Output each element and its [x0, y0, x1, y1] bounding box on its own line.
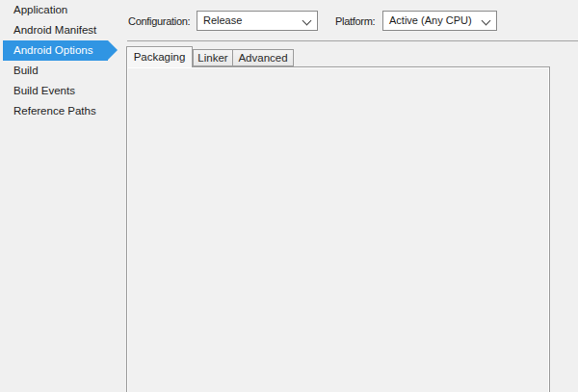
chevron-down-icon [302, 16, 312, 26]
sidebar-item-android-options[interactable]: Android Options [3, 40, 108, 61]
platform-value: Active (Any CPU) [389, 14, 472, 26]
configuration-select[interactable]: Release [197, 11, 318, 31]
top-separator [127, 40, 578, 41]
properties-sidebar: Application Android Manifest Android Opt… [0, 0, 123, 121]
sidebar-item-reference-paths[interactable]: Reference Paths [3, 101, 108, 121]
platform-select[interactable]: Active (Any CPU) [382, 11, 497, 31]
tab-advanced[interactable]: Advanced [232, 49, 294, 66]
sidebar-item-build[interactable]: Build [3, 61, 108, 81]
platform-label: Platform: [335, 15, 375, 27]
sidebar-item-android-manifest[interactable]: Android Manifest [3, 20, 108, 40]
sidebar-item-build-events[interactable]: Build Events [3, 81, 108, 101]
chevron-down-icon [482, 16, 491, 26]
configuration-label: Configuration: [128, 15, 190, 27]
sidebar-item-application[interactable]: Application [3, 0, 108, 20]
tab-packaging[interactable]: Packaging [126, 46, 193, 67]
packaging-tab-panel [126, 66, 550, 392]
configuration-value: Release [203, 14, 242, 26]
tab-linker[interactable]: Linker [193, 49, 233, 66]
